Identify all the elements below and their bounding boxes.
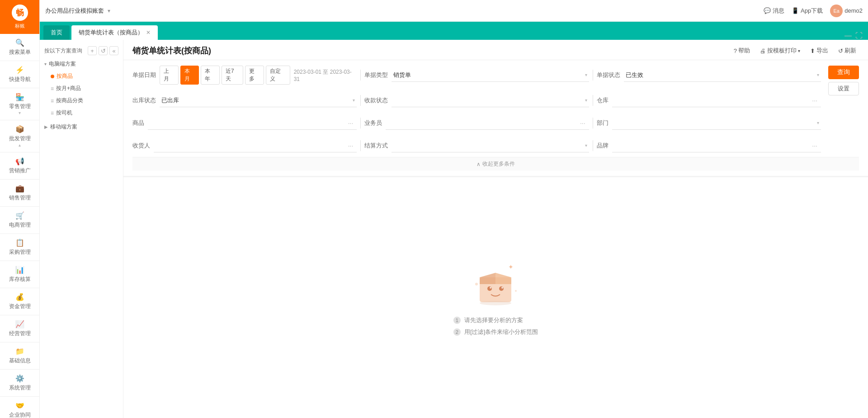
tree-item-by-month-product[interactable]: ≡ 按月+商品 <box>40 82 123 95</box>
filter-payment-field: 结算方式 ▾ <box>364 139 589 152</box>
date-btn-7days[interactable]: 近7天 <box>222 66 243 85</box>
minimize-icon[interactable]: — <box>844 32 852 40</box>
marketing-icon: 📢 <box>15 157 24 166</box>
filter-date-field: 单据日期 上月 本月 本年 近7天 更多 自定义 2023-03-01 至 20… <box>132 66 357 85</box>
sidebar-item-marketing[interactable]: 📢 营销推广 <box>0 152 39 180</box>
tree-group-mobile-label: 移动端方案 <box>50 123 77 131</box>
empty-hint-2: 2 用[过滤]条件来缩小分析范围 <box>453 328 538 336</box>
divider7 <box>360 140 361 151</box>
help-button[interactable]: ? 帮助 <box>731 46 753 56</box>
refresh-scheme-button[interactable]: ↺ <box>99 46 108 55</box>
filter-panel-label: 按以下方案查询 <box>44 47 82 55</box>
sidebar-item-finance[interactable]: 💰 资金管理 <box>0 288 39 315</box>
tree-item-by-product-label: 按商品 <box>57 72 73 80</box>
tab-report[interactable]: 销货单统计表（按商品） ✕ <box>71 25 158 40</box>
wholesale-icon: 📦 <box>15 125 24 133</box>
refresh-icon: ↺ <box>101 48 106 54</box>
department-dropdown-icon: ▾ <box>817 120 819 125</box>
tab-close-icon[interactable]: ✕ <box>146 29 151 36</box>
salesperson-input[interactable]: ··· <box>386 116 589 130</box>
receipt-status-input[interactable]: ▾ <box>392 94 589 107</box>
type-input[interactable]: 销货单 ▾ <box>392 68 589 82</box>
status-input[interactable]: 已生效 ▾ <box>624 68 821 82</box>
sidebar-item-inventory[interactable]: 📊 库存核算 <box>0 261 39 288</box>
product-label: 商品 <box>132 119 148 127</box>
department-label: 部门 <box>597 119 612 127</box>
divider5 <box>360 118 361 128</box>
page-title: 销货单统计表(按商品) <box>132 45 211 56</box>
filter-receipt-status-field: 收款状态 ▾ <box>364 94 589 107</box>
department-input[interactable]: ▾ <box>612 116 821 130</box>
sidebar-item-ecommerce[interactable]: 🛒 电商管理 <box>0 207 39 234</box>
warehouse-dots-icon[interactable]: ··· <box>810 97 819 104</box>
tree-item-by-cashier[interactable]: ≡ 按司机 <box>40 107 123 119</box>
empty-state: ✦ 1 请先选择要分析的方案 <box>453 259 538 336</box>
svg-marker-1 <box>480 273 495 284</box>
settings-button[interactable]: 设置 <box>828 82 859 95</box>
warehouse-input[interactable]: ··· <box>612 94 821 107</box>
tree-item-by-product[interactable]: 按商品 <box>40 70 123 82</box>
ecommerce-icon: 🛒 <box>15 211 24 220</box>
sidebar-item-search[interactable]: 🔍 搜索菜单 <box>0 34 39 61</box>
app-download-button[interactable]: 📱 App下载 <box>792 7 823 15</box>
filter-area: 单据日期 上月 本月 本年 近7天 更多 自定义 2023-03-01 至 20… <box>123 60 868 176</box>
payment-input[interactable]: ▾ <box>392 139 589 152</box>
filter-row-4: 收货人 ··· 结算方式 ▾ <box>132 139 821 152</box>
sidebar-item-system[interactable]: ⚙️ 系统管理 <box>0 370 39 397</box>
date-btn-more[interactable]: 更多 <box>245 66 264 85</box>
divider1 <box>360 70 361 81</box>
sidebar-item-purchase[interactable]: 📋 采购管理 <box>0 234 39 261</box>
payment-label: 结算方式 <box>364 142 392 150</box>
filter-salesperson-field: 业务员 ··· <box>364 116 589 130</box>
receiver-dots-icon[interactable]: ··· <box>346 142 355 149</box>
maximize-icon[interactable]: ⛶ <box>855 32 863 40</box>
svg-point-9 <box>515 290 517 292</box>
tree-group-desktop-header[interactable]: ▾ 电脑端方案 <box>40 58 123 70</box>
tree-item-icon3: ≡ <box>51 110 54 116</box>
tab-home[interactable]: 首页 <box>43 25 70 40</box>
tree-group-desktop: ▾ 电脑端方案 按商品 ≡ 按月+商品 ≡ 按商品分类 ≡ 按司机 <box>40 58 123 119</box>
message-button[interactable]: 💬 消息 <box>764 7 784 15</box>
warehouse-status-input[interactable]: 已出库 ▾ <box>160 94 357 107</box>
sidebar-item-quick-nav[interactable]: ⚡ 快捷导航 <box>0 61 39 88</box>
finance-icon: 💰 <box>15 293 24 301</box>
topbar-title: 办公用品行业模拟账套 <box>45 7 104 15</box>
product-input[interactable]: ··· <box>148 116 357 130</box>
sidebar-logo[interactable]: 畅 标账 <box>0 0 40 34</box>
sidebar-item-operations[interactable]: 📈 经营管理 <box>0 315 39 342</box>
date-btn-last-month[interactable]: 上月 <box>160 66 179 85</box>
receiver-input[interactable]: ··· <box>154 139 357 152</box>
date-btn-this-year[interactable]: 本年 <box>201 66 220 85</box>
sidebar-item-basic[interactable]: 📁 基础信息 <box>0 342 39 370</box>
empty-svg: ✦ <box>468 259 523 309</box>
logo-text: 标账 <box>15 23 25 29</box>
sidebar-item-sales[interactable]: 💼 销售管理 <box>0 180 39 207</box>
tree-group-mobile-header[interactable]: ▶ 移动端方案 <box>40 121 123 133</box>
export-button[interactable]: ⬆ 导出 <box>807 46 831 56</box>
purchase-icon: 📋 <box>15 238 24 247</box>
empty-hint-1: 1 请先选择要分析的方案 <box>453 316 538 324</box>
inventory-icon: 📊 <box>15 266 24 274</box>
sidebar-item-wholesale[interactable]: 📦 批发管理 ▴ <box>0 120 39 152</box>
receipt-status-label: 收款状态 <box>364 96 392 104</box>
brand-dots-icon[interactable]: ··· <box>810 142 819 149</box>
date-btn-this-month[interactable]: 本月 <box>180 66 199 85</box>
tree-item-by-category[interactable]: ≡ 按商品分类 <box>40 95 123 107</box>
brand-input[interactable]: ··· <box>612 139 821 152</box>
action-buttons: 查询 设置 <box>821 66 859 95</box>
collapse-filters-button[interactable]: ∧ 收起更多条件 <box>132 157 859 171</box>
retail-arrow: ▾ <box>19 110 21 115</box>
refresh-button[interactable]: ↺ 刷新 <box>835 46 859 56</box>
query-button[interactable]: 查询 <box>828 66 859 79</box>
sidebar-item-enterprise[interactable]: 🤝 企业协同 <box>0 397 39 418</box>
filter-panel-header: 按以下方案查询 + ↺ « <box>40 43 123 58</box>
date-btn-custom[interactable]: 自定义 <box>266 66 290 85</box>
product-dots-icon[interactable]: ··· <box>346 119 355 127</box>
sidebar-item-retail[interactable]: 🏪 零售管理 ▾ <box>0 88 39 120</box>
add-scheme-button[interactable]: + <box>88 46 97 55</box>
print-button[interactable]: 🖨 按模板打印 ▾ <box>757 46 803 56</box>
user-menu[interactable]: Ea demo2 <box>830 5 863 17</box>
salesperson-dots-icon[interactable]: ··· <box>578 119 587 127</box>
topbar-dropdown-arrow[interactable]: ▾ <box>108 8 110 14</box>
collapse-panel-button[interactable]: « <box>109 46 118 55</box>
